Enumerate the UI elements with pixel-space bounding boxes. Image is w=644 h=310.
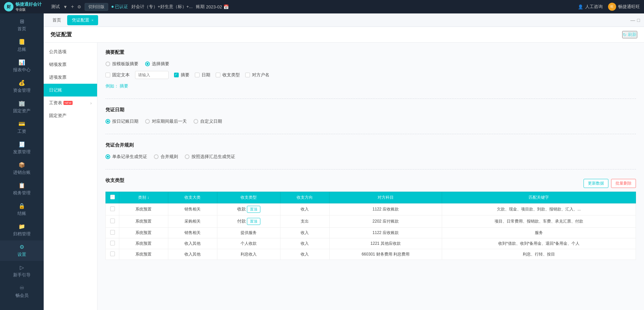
- content-area: 首页 凭证配置 × — □ 凭证配置 ↻ 刷新: [44, 13, 644, 310]
- row-type-3: 提供服务: [217, 228, 280, 238]
- sidebar-item-sales[interactable]: 📦 进销台账: [0, 158, 44, 179]
- topbar-dropdown-icon[interactable]: ▼: [63, 4, 68, 9]
- radio-custom-date[interactable]: 自定义日期: [194, 118, 222, 124]
- fixed-text-checkbox: [105, 73, 110, 77]
- left-nav-purchase-invoice[interactable]: 进项发票: [44, 71, 97, 84]
- sidebar-item-salary[interactable]: 💳 工资: [0, 117, 44, 138]
- row-checkbox-3[interactable]: [106, 228, 119, 238]
- radio-single-circle: [105, 154, 110, 159]
- row-direction-5: 收入: [281, 249, 330, 260]
- sidebar-item-closing[interactable]: 🔒 结账: [0, 199, 44, 220]
- topbar-add-icon[interactable]: +: [71, 4, 74, 10]
- left-nav-sales-invoice[interactable]: 销项发票: [44, 58, 97, 71]
- row-keywords-5: 利息、行转、按目: [442, 249, 636, 260]
- batch-delete-button[interactable]: 批量删除: [611, 179, 636, 188]
- left-nav-payroll[interactable]: 工资表 NEW ›: [44, 96, 97, 109]
- row-major-type-5: 收入其他: [168, 249, 217, 260]
- sidebar-item-member[interactable]: ♾ 畅会员: [0, 281, 44, 302]
- table-row: 系统预置 收入其他 利息收入 收入 660301 财务费用 利息费用 利息、行转…: [106, 249, 636, 260]
- row-account-1: 1122 应收账款: [329, 203, 442, 216]
- sidebar-item-settings[interactable]: ⚙ 设置: [0, 240, 44, 261]
- sidebar-item-tax[interactable]: 📋 税务管理: [0, 179, 44, 199]
- row-direction-3: 收入: [281, 228, 330, 238]
- left-nav-fixed-assets[interactable]: 固定资产: [44, 109, 97, 122]
- example-text: 例如： 摘要: [105, 83, 636, 89]
- switch-version-button[interactable]: 切到旧版: [85, 3, 108, 11]
- row-major-type-1: 销售相关: [168, 203, 217, 216]
- radio-merge[interactable]: 合并规则: [154, 154, 178, 160]
- logo-icon: 财: [4, 2, 13, 11]
- date-section: 凭证日期 按日记账日期 对应期间最后一天: [105, 107, 636, 124]
- refresh-button[interactable]: ↻ 刷新: [622, 31, 637, 38]
- type-checkbox: [216, 73, 220, 77]
- sales-icon: 📦: [18, 162, 25, 168]
- invoice-icon: 🧾: [18, 141, 25, 148]
- sidebar-item-home[interactable]: ⊞ 首页: [0, 15, 44, 35]
- refresh-icon: ↻: [623, 32, 627, 37]
- update-data-button[interactable]: 更新数据: [584, 179, 608, 188]
- sidebar-item-guide[interactable]: ▷ 新手引导: [0, 261, 44, 281]
- left-nav-journal[interactable]: 日记账: [44, 84, 97, 96]
- checkbox-counterpart[interactable]: 对方户名: [245, 72, 269, 78]
- row-direction-2: 支出: [281, 216, 330, 228]
- summary-checkbox: [174, 73, 179, 77]
- row-checkbox-4[interactable]: [106, 238, 119, 249]
- sidebar-item-archive[interactable]: 📁 归档管理: [0, 220, 44, 240]
- main-layout: ⊞ 首页 📒 总账 📊 报表中心 💰 资金管理 🏢 固定资产 💳 工资 🧾 发票…: [0, 13, 644, 310]
- radio-journal-date[interactable]: 按日记账日期: [105, 118, 138, 124]
- fixed-text-input[interactable]: [135, 71, 169, 79]
- income-expense-table: ✓ 类别 ↓ 收支大类 收支类型 收支方向 对方科目 匹配关键字: [105, 192, 636, 260]
- row-category-3: 系统预置: [119, 228, 168, 238]
- row-checkbox-5[interactable]: [106, 249, 119, 260]
- sidebar: ⊞ 首页 📒 总账 📊 报表中心 💰 资金管理 🏢 固定资产 💳 工资 🧾 发票…: [0, 13, 44, 310]
- calendar-icon[interactable]: 📅: [223, 4, 229, 9]
- tab-maximize-button[interactable]: □: [637, 17, 640, 23]
- topbar-settings-icon[interactable]: ⚙: [77, 4, 81, 9]
- ledger-icon: 📒: [18, 39, 25, 45]
- table-actions: 更新数据 批量删除: [584, 179, 636, 188]
- tax-icon: 📋: [18, 182, 25, 189]
- guide-icon: ▷: [20, 264, 24, 271]
- tab-home[interactable]: 首页: [48, 15, 66, 25]
- date-title: 凭证日期: [105, 107, 636, 113]
- radio-template[interactable]: 按模板版摘要: [105, 61, 138, 67]
- tab-minimize-button[interactable]: —: [631, 17, 635, 23]
- badge-top-1[interactable]: 置顶: [247, 206, 260, 213]
- sidebar-item-invoice[interactable]: 🧾 发票管理: [0, 138, 44, 158]
- finance-icon: 💰: [18, 80, 25, 86]
- row-checkbox-1[interactable]: [106, 203, 119, 216]
- help-link[interactable]: 👤 人工咨询: [578, 4, 603, 10]
- row-type-4: 个人收款: [217, 238, 280, 249]
- table-header-account: 对方科目: [329, 192, 442, 203]
- sidebar-item-assets[interactable]: 🏢 固定资产: [0, 97, 44, 117]
- radio-period-last[interactable]: 对应期间最后一天: [145, 118, 187, 124]
- tab-close-icon[interactable]: ×: [91, 18, 93, 22]
- row-direction-4: 收入: [281, 238, 330, 249]
- badge-top-2[interactable]: 置顶: [247, 218, 260, 225]
- sidebar-item-finance[interactable]: 💰 资金管理: [0, 76, 44, 97]
- page-content: 凭证配置 ↻ 刷新 公共选项 销项发票 进项发票: [44, 27, 644, 310]
- user-menu[interactable]: 旺 畅捷通旺旺: [608, 3, 640, 11]
- row-major-type-2: 采购相关: [168, 216, 217, 228]
- radio-single[interactable]: 单条记录生成凭证: [105, 154, 147, 160]
- checkbox-summary[interactable]: 摘要: [174, 72, 189, 78]
- row-keywords-3: 服务: [442, 228, 636, 238]
- left-nav-public[interactable]: 公共选项: [44, 45, 97, 58]
- checkbox-type[interactable]: 收支类型: [216, 72, 240, 78]
- table-header-keywords: 匹配关键字: [442, 192, 636, 203]
- salary-icon: 💳: [18, 121, 25, 127]
- table-header-major-type: 收支大类: [168, 192, 217, 203]
- checkbox-fixed-text[interactable]: 固定文本: [105, 72, 130, 78]
- page-title: 凭证配置: [50, 31, 72, 38]
- select-all-checkbox[interactable]: ✓: [110, 195, 115, 199]
- sidebar-item-reports[interactable]: 📊 报表中心: [0, 56, 44, 76]
- settings-icon: ⚙: [19, 244, 24, 250]
- radio-select[interactable]: 选择摘要: [145, 61, 169, 67]
- status-dot: [112, 6, 114, 8]
- checkbox-date[interactable]: 日期: [195, 72, 210, 78]
- tab-voucher[interactable]: 凭证配置 ×: [67, 15, 98, 25]
- row-checkbox-2[interactable]: [106, 216, 119, 228]
- sidebar-item-ledger[interactable]: 📒 总账: [0, 35, 44, 56]
- radio-summary-gen[interactable]: 按照选择汇总生成凭证: [185, 154, 235, 160]
- table-header-checkbox[interactable]: ✓: [106, 192, 119, 203]
